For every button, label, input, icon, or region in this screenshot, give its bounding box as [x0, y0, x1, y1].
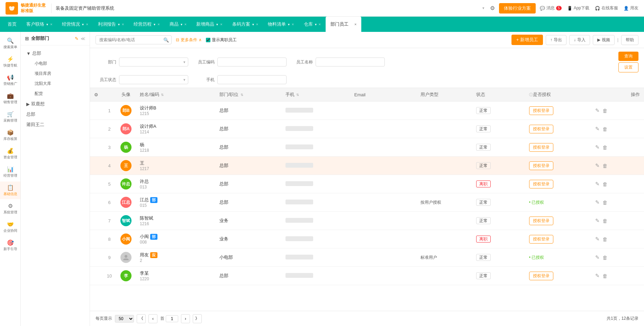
dept-select[interactable]: [119, 58, 188, 67]
nav-tab-goods[interactable]: 商品▾×: [165, 17, 191, 32]
page-input[interactable]: [166, 315, 178, 322]
auth-btn-9[interactable]: 授权登录: [529, 272, 553, 280]
next-page-btn[interactable]: ›: [181, 314, 190, 323]
set-btn[interactable]: 设置: [618, 62, 638, 72]
auth-btn-2[interactable]: 授权登录: [529, 143, 553, 152]
edit-icon-7[interactable]: ✎: [595, 236, 600, 242]
help-btn[interactable]: 帮助: [621, 35, 638, 45]
edit-icon-3[interactable]: ✎: [595, 162, 600, 169]
sidebar-item-quicknav[interactable]: ⚡快捷导航: [0, 53, 20, 71]
nav-tab-home[interactable]: 首页: [3, 17, 21, 32]
sidebar-item-system[interactable]: ⚙系统管理: [0, 200, 20, 218]
message-action[interactable]: 💬 消息 5: [540, 5, 562, 11]
dept-node-shuangxiang[interactable]: ▶ 双鹿想: [21, 99, 90, 109]
dept-node-putian[interactable]: 莆田王二: [21, 120, 90, 130]
sidebar-item-search[interactable]: 🔍搜索菜单: [0, 35, 20, 52]
export-btn[interactable]: ↑ 导出: [546, 35, 566, 45]
th-name[interactable]: 姓名/编码 ⇅: [136, 88, 215, 102]
dept-node-xiangmu[interactable]: 项目库房: [29, 69, 90, 79]
show-resigned-checkbox[interactable]: 显示离职员工: [206, 37, 237, 43]
close-tab-operation[interactable]: ×: [86, 22, 88, 26]
dept-node-shenyang[interactable]: 沈阳大库: [29, 79, 90, 89]
user-action[interactable]: 👤 用友: [624, 5, 638, 11]
sidebar-item-basic[interactable]: 📋基础信息: [0, 182, 20, 199]
nav-tab-customer[interactable]: 客户联络▾×: [21, 17, 57, 32]
auth-btn-1[interactable]: 授权登录: [529, 125, 553, 133]
app-download-action[interactable]: 📱 App下载: [567, 5, 589, 11]
auth-btn-4[interactable]: 授权登录: [529, 180, 553, 188]
dept-node-zongbu[interactable]: ▼ 总部: [21, 48, 90, 59]
first-page-btn[interactable]: 《: [137, 314, 146, 323]
dept-node-peihuo[interactable]: 配货: [29, 89, 90, 99]
phone-filter-input[interactable]: [217, 75, 287, 84]
settings-icon[interactable]: ⚙: [490, 5, 495, 11]
search-btn[interactable]: 🔍: [163, 37, 169, 43]
edit-icon-9[interactable]: ✎: [595, 273, 600, 279]
show-resigned-input[interactable]: [206, 38, 210, 42]
delete-icon-3[interactable]: 🗑: [602, 163, 608, 169]
nav-tab-material[interactable]: 物料清单▾×: [263, 17, 299, 32]
nav-tab-operation[interactable]: 经营情况▾×: [57, 17, 93, 32]
close-tab-warehouse[interactable]: ×: [319, 22, 321, 26]
sidebar-item-purchase[interactable]: 🛒采购管理: [0, 108, 20, 126]
edit-icon-4[interactable]: ✎: [595, 181, 600, 187]
nav-tab-newgoods[interactable]: 新增商品▾×: [191, 17, 227, 32]
edit-icon-2[interactable]: ✎: [595, 144, 600, 150]
query-btn[interactable]: 查询: [618, 52, 638, 61]
close-tab-barcode[interactable]: ×: [256, 22, 258, 26]
dept-edit-icon[interactable]: ✎: [75, 36, 79, 41]
edit-icon-0[interactable]: ✎: [595, 107, 600, 114]
delete-icon-2[interactable]: 🗑: [602, 144, 608, 150]
search-input[interactable]: [96, 35, 172, 44]
prev-page-btn[interactable]: ‹: [148, 314, 157, 323]
system-dropdown-icon[interactable]: ▾: [482, 6, 484, 10]
delete-icon-4[interactable]: 🗑: [602, 181, 608, 187]
nav-tab-profit[interactable]: 利润报告▾×: [93, 17, 129, 32]
edit-icon-8[interactable]: ✎: [595, 254, 600, 261]
add-employee-btn[interactable]: + 新增员工: [511, 35, 543, 45]
sidebar-item-sales[interactable]: 💼销售管理: [0, 90, 20, 107]
dept-collapse-icon[interactable]: ≪: [81, 36, 85, 41]
name-filter-input[interactable]: [316, 58, 385, 67]
sidebar-item-operations[interactable]: 📊经营管理: [0, 163, 20, 181]
sidebar-item-guide[interactable]: 🎯新手引导: [0, 237, 20, 254]
dept-node-xiaodian[interactable]: 小电部: [29, 59, 90, 69]
delete-icon-0[interactable]: 🗑: [602, 108, 608, 114]
auth-btn-7[interactable]: 授权登录: [529, 235, 553, 244]
page-size-select[interactable]: 50 100: [115, 315, 134, 323]
dept-node-zongbu2[interactable]: 总部: [21, 109, 90, 120]
try-btn[interactable]: 体验行业方案: [499, 3, 536, 14]
close-tab-history[interactable]: ×: [157, 22, 160, 26]
delete-icon-9[interactable]: 🗑: [602, 273, 608, 279]
edit-icon-6[interactable]: ✎: [595, 218, 600, 224]
nav-tab-department[interactable]: 部门员工▾×: [326, 17, 361, 32]
delete-icon-5[interactable]: 🗑: [602, 200, 608, 205]
th-dept[interactable]: 部门/职位 ⇅: [215, 88, 281, 102]
delete-icon-1[interactable]: 🗑: [602, 126, 608, 132]
last-page-btn[interactable]: 》: [193, 314, 202, 323]
sidebar-item-marketing[interactable]: 📢营销推广: [0, 71, 20, 89]
th-phone[interactable]: 手机 ⇅: [281, 88, 350, 102]
auth-btn-6[interactable]: 授权登录: [529, 217, 553, 225]
close-tab-department[interactable]: ×: [354, 22, 356, 26]
close-tab-customer[interactable]: ×: [50, 22, 52, 26]
edit-icon-1[interactable]: ✎: [595, 126, 600, 132]
sidebar-item-inventory[interactable]: 📦库存核算: [0, 126, 20, 144]
view-btn[interactable]: ▶ 视频: [593, 35, 615, 45]
nav-tab-barcode[interactable]: 条码方案▾×: [227, 17, 263, 32]
code-filter-input[interactable]: [217, 58, 287, 67]
sidebar-item-finance[interactable]: 💰资金管理: [0, 145, 20, 162]
th-settings[interactable]: ⚙: [90, 88, 102, 102]
edit-icon-5[interactable]: ✎: [595, 199, 600, 205]
nav-tab-warehouse[interactable]: 仓库▾×: [299, 17, 326, 32]
close-tab-profit[interactable]: ×: [122, 22, 124, 26]
delete-icon-8[interactable]: 🗑: [602, 255, 608, 261]
close-tab-newgoods[interactable]: ×: [220, 22, 222, 26]
online-service-action[interactable]: 🎧 在线客服: [595, 5, 618, 11]
close-tab-material[interactable]: ×: [292, 22, 294, 26]
delete-icon-7[interactable]: 🗑: [602, 236, 608, 242]
close-tab-goods[interactable]: ×: [184, 22, 187, 26]
more-conditions-btn[interactable]: ⊟ 更多条件 ∧: [176, 37, 202, 43]
nav-tab-history[interactable]: 经营历程▾×: [129, 17, 164, 32]
status-select[interactable]: [119, 75, 188, 84]
